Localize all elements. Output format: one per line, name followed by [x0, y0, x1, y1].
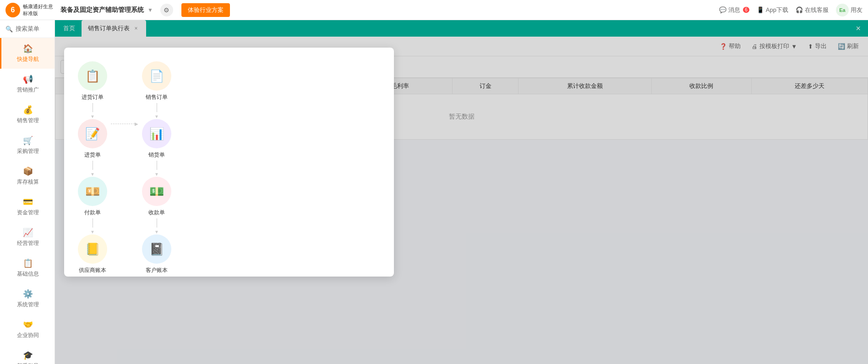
- left-flow-col: 📋 进货订单 ▼ 📝 进货单: [78, 61, 107, 274]
- flow-item-purchase-order[interactable]: 📋 进货订单: [78, 61, 107, 101]
- flow-item-sales-bill[interactable]: 📊 销货单: [142, 119, 171, 159]
- sidebar-item-system[interactable]: ⚙️ 系统管理: [0, 283, 55, 314]
- arrow-v-2: ▼: [90, 159, 95, 177]
- flow-diagram: 📋 进货订单 ▼ 📝 进货单: [78, 57, 380, 277]
- logo-area: 6 畅康通好生意 标准版: [5, 3, 60, 17]
- arrow-v-3: ▼: [90, 217, 95, 234]
- sidebar-item-purchase[interactable]: 🛒 采购管理: [0, 130, 55, 161]
- avatar: Ea: [836, 4, 849, 16]
- header-right: 💬 消息 6 📱 App下载 🎧 在线客服 Ea 用友: [719, 4, 863, 16]
- message-button[interactable]: 💬 消息 6: [719, 6, 749, 14]
- basic-icon: 📋: [23, 258, 33, 268]
- content-area: 首页 销售订单执行表 × × ❓ 帮助 🖨 按模板打印 ▼ ⬆ 导出: [55, 20, 868, 364]
- system-title: 装备及固定资产辅助管理系统 ▼ ⚙ 体验行业方案: [60, 3, 719, 17]
- settings-button[interactable]: ⚙: [160, 4, 173, 16]
- online-service-button[interactable]: 🎧 在线客服: [796, 6, 829, 14]
- purchase-bill-icon: 📝: [78, 119, 107, 148]
- sidebar-item-quick-nav[interactable]: 🏠 快捷导航: [0, 38, 55, 69]
- sidebar: 🔍 搜索菜单 🏠 快捷导航 📢 营销推广 💰 销售管理 🛒 采购管理 📦 库存核…: [0, 20, 55, 364]
- home-icon: 🏠: [23, 43, 33, 54]
- right-flow-col: 📄 销售订单 ▼ 📊 销货单: [142, 61, 171, 274]
- receipt-bill-icon: 💵: [142, 177, 171, 206]
- sidebar-item-sales[interactable]: 💰 销售管理: [0, 99, 55, 130]
- inventory-icon: 📦: [23, 166, 33, 176]
- flow-item-payment-bill[interactable]: 💴 付款单: [78, 177, 107, 217]
- system-dropdown-arrow[interactable]: ▼: [147, 7, 153, 13]
- supplier-account-icon: 📒: [78, 234, 107, 264]
- arrow-v-1: ▼: [90, 101, 95, 119]
- enterprise-icon: 🤝: [23, 320, 33, 330]
- modal-overlay[interactable]: 📋 进货订单 ▼ 📝 进货单: [55, 20, 868, 364]
- sidebar-item-inventory[interactable]: 📦 库存核算: [0, 161, 55, 191]
- arrow-v-5: ▼: [154, 159, 159, 177]
- sidebar-item-basic[interactable]: 📋 基础信息: [0, 253, 55, 283]
- purchase-order-icon: 📋: [78, 61, 107, 91]
- modal-content: 📋 进货订单 ▼ 📝 进货单: [64, 48, 394, 277]
- sidebar-item-newbie[interactable]: 🎓 新手引导: [0, 345, 55, 364]
- marketing-icon: 📢: [23, 74, 33, 84]
- top-header: 6 畅康通好生意 标准版 装备及固定资产辅助管理系统 ▼ ⚙ 体验行业方案 💬 …: [0, 0, 868, 20]
- arrow-v-4: ▼: [154, 101, 159, 119]
- system-icon: ⚙️: [23, 289, 33, 299]
- sales-order-icon: 📄: [142, 61, 171, 91]
- h-arrows-col: ▶: [111, 113, 138, 223]
- quick-guide-modal: 📋 进货订单 ▼ 📝 进货单: [64, 48, 394, 277]
- logo-icon: 6: [5, 3, 20, 17]
- flow-item-sales-order[interactable]: 📄 销售订单: [142, 61, 171, 101]
- payment-bill-icon: 💴: [78, 177, 107, 206]
- flow-item-purchase-bill[interactable]: 📝 进货单: [78, 119, 107, 159]
- message-badge: 6: [743, 7, 749, 13]
- flow-item-receipt-bill[interactable]: 💵 收款单: [142, 177, 171, 217]
- system-name: 装备及固定资产辅助管理系统: [60, 6, 144, 14]
- flow-item-customer-account[interactable]: 📓 客户账本: [142, 234, 171, 274]
- sidebar-item-operation[interactable]: 📈 经营管理: [0, 222, 55, 253]
- app-download-button[interactable]: 📱 App下载: [757, 6, 788, 14]
- operation-icon: 📈: [23, 228, 33, 238]
- sidebar-item-marketing[interactable]: 📢 营销推广: [0, 69, 55, 99]
- trial-button[interactable]: 体验行业方案: [181, 3, 230, 17]
- logo-text: 畅康通好生意 标准版: [23, 3, 53, 16]
- search-icon: 🔍: [5, 26, 13, 33]
- flow-item-supplier-account[interactable]: 📒 供应商账本: [78, 234, 107, 274]
- purchase-icon: 🛒: [23, 136, 33, 146]
- sales-icon: 💰: [23, 105, 33, 115]
- sales-bill-icon: 📊: [142, 119, 171, 148]
- search-menu-button[interactable]: 🔍 搜索菜单: [0, 20, 55, 38]
- customer-account-icon: 📓: [142, 234, 171, 264]
- sidebar-item-finance[interactable]: 💳 资金管理: [0, 191, 55, 222]
- arrow-v-6: ▼: [154, 217, 159, 234]
- arrow-h-right: ▶: [111, 121, 138, 126]
- user-menu[interactable]: Ea 用友: [836, 4, 863, 16]
- sidebar-item-enterprise[interactable]: 🤝 企业协同: [0, 314, 55, 345]
- finance-icon: 💳: [23, 197, 33, 207]
- main-layout: 🔍 搜索菜单 🏠 快捷导航 📢 营销推广 💰 销售管理 🛒 采购管理 📦 库存核…: [0, 20, 868, 364]
- newbie-icon: 🎓: [23, 350, 33, 360]
